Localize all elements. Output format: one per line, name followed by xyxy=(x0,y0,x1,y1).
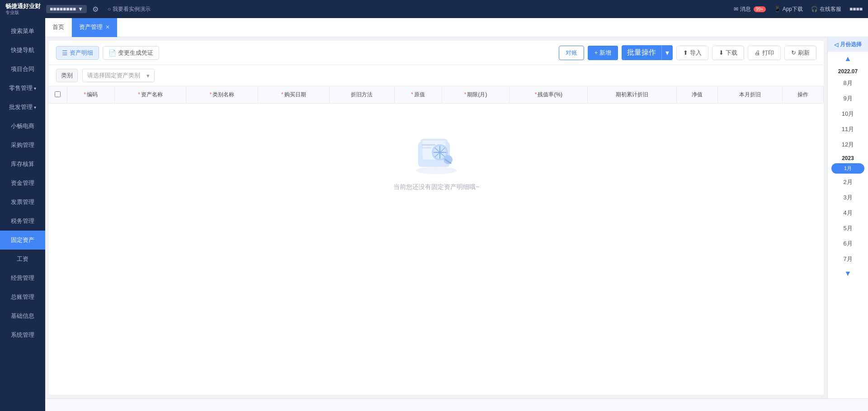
tab-asset-management[interactable]: 资产管理 ✕ xyxy=(72,18,117,37)
subtab-asset-detail[interactable]: ☰ 资产明细 xyxy=(56,46,99,60)
year-2023-label: 2023 xyxy=(828,152,868,162)
month-2022-9[interactable]: 9月 xyxy=(828,91,868,106)
reconcile-button[interactable]: 对账 xyxy=(559,46,584,60)
content-area: 首页 资产管理 ✕ ☰ 资产明细 📄 变更生成凭证 xyxy=(45,18,868,411)
month-2023-7[interactable]: 7月 xyxy=(828,251,868,267)
sidebar-item-finance[interactable]: 资金管理 xyxy=(0,174,45,193)
svg-rect-12 xyxy=(422,147,432,148)
bottom-bar xyxy=(45,398,868,411)
doc-icon: 📄 xyxy=(108,49,116,57)
col-monthly-depreciation: 本月折旧 xyxy=(717,86,783,104)
list-icon: ☰ xyxy=(62,49,68,57)
add-button[interactable]: + 新增 xyxy=(588,46,618,60)
category-filter-select[interactable]: 请选择固定资产类别 ▾ xyxy=(82,69,155,82)
month-up-button[interactable]: ▲ xyxy=(842,54,854,64)
svg-point-0 xyxy=(416,167,457,174)
col-asset-name: *资产名称 xyxy=(114,86,186,104)
tab-close-icon[interactable]: ✕ xyxy=(105,24,110,30)
refresh-button[interactable]: ↻ 刷新 xyxy=(784,46,816,60)
top-bar: 畅捷通好业财 专业版 ■■■■■■■■ ▼ ⚙ ○ 我要看实例演示 ✉ 消息 9… xyxy=(0,0,868,18)
top-bar-right: ✉ 消息 99+ 📱 App下载 🎧 在线客服 ■■■■ xyxy=(734,5,863,13)
sidebar-item-retail[interactable]: 零售管理 ▾ xyxy=(0,79,45,98)
user-avatar[interactable]: ■■■■ xyxy=(849,6,863,12)
sidebar-item-ecommerce[interactable]: 小畅电商 xyxy=(0,117,45,136)
month-panel: ◁ 月份选择 ▲ 2022.07 8月 9月 10月 11月 12月 2023 … xyxy=(827,37,868,398)
month-2023-5[interactable]: 5月 xyxy=(828,221,868,236)
print-button[interactable]: 🖨 打印 xyxy=(748,46,781,60)
online-service-button[interactable]: 🎧 在线客服 xyxy=(811,5,841,13)
select-all-checkbox[interactable] xyxy=(55,91,61,97)
page-content: ☰ 资产明细 📄 变更生成凭证 对账 + 新增 xyxy=(45,37,868,398)
col-purchase-date: *购买日期 xyxy=(258,86,329,104)
month-2023-6[interactable]: 6月 xyxy=(828,236,868,251)
col-net-value: 净值 xyxy=(677,86,718,104)
month-down-nav: ▼ xyxy=(828,267,868,280)
assets-table: *编码 *资产名称 *类别名称 *购买日期 折旧方法 *原值 *期限(月) *残… xyxy=(49,86,824,104)
svg-rect-11 xyxy=(422,144,435,146)
col-original-value: *原值 xyxy=(394,86,442,104)
message-button[interactable]: ✉ 消息 99+ xyxy=(734,5,766,13)
sidebar-item-ledger[interactable]: 总账管理 xyxy=(0,288,45,307)
download-button[interactable]: ⬇ 下载 xyxy=(712,46,744,60)
app-logo: 畅捷通好业财 专业版 xyxy=(5,3,41,15)
col-period: *期限(月) xyxy=(442,86,509,104)
sidebar-item-payroll[interactable]: 工资 xyxy=(0,250,45,269)
tab-home[interactable]: 首页 xyxy=(45,18,72,37)
month-panel-collapse-icon[interactable]: ◁ xyxy=(834,42,838,48)
sidebar-item-system[interactable]: 系统管理 xyxy=(0,326,45,345)
batch-operation-button[interactable]: 批量操作 ▾ xyxy=(622,45,673,60)
month-panel-header: ◁ 月份选择 xyxy=(828,37,868,52)
month-2023-2[interactable]: 2月 xyxy=(828,175,868,190)
col-operations: 操作 xyxy=(783,86,824,104)
year-2022-label: 2022.07 xyxy=(828,66,868,76)
settings-icon[interactable]: ⚙ xyxy=(92,5,99,14)
month-2022-8[interactable]: 8月 xyxy=(828,76,868,91)
sidebar-item-invoice[interactable]: 发票管理 xyxy=(0,193,45,212)
month-2023-1-current[interactable]: 1月 xyxy=(831,163,864,174)
empty-state: 当前您还没有固定资产明细哦~ xyxy=(49,104,824,218)
empty-illustration xyxy=(409,131,463,176)
table-container: *编码 *资产名称 *类别名称 *购买日期 折旧方法 *原值 *期限(月) *残… xyxy=(49,86,824,395)
col-category: *类别名称 xyxy=(186,86,258,104)
sidebar-item-quicknav[interactable]: 快捷导航 xyxy=(0,41,45,60)
tab-bar: 首页 资产管理 ✕ xyxy=(45,18,868,37)
toolbar-actions: 对账 + 新增 批量操作 ▾ ⬆ 导入 xyxy=(559,45,816,60)
sidebar-item-inventory[interactable]: 库存核算 xyxy=(0,155,45,174)
month-down-button[interactable]: ▼ xyxy=(842,269,854,279)
sidebar-item-operations[interactable]: 经营管理 xyxy=(0,269,45,288)
col-accumulated-depreciation: 期初累计折旧 xyxy=(588,86,677,104)
app-download-button[interactable]: 📱 App下载 xyxy=(774,5,803,13)
filter-bar: 类别 请选择固定资产类别 ▾ xyxy=(49,65,824,86)
company-selector[interactable]: ■■■■■■■■ ▼ xyxy=(46,5,87,13)
month-2022-12[interactable]: 12月 xyxy=(828,137,868,152)
batch-dropdown-arrow[interactable]: ▾ xyxy=(661,46,673,60)
col-residual-rate: *残值率(%) xyxy=(509,86,588,104)
sidebar-item-fixed-assets[interactable]: 固定资产 xyxy=(0,231,45,250)
category-filter-label: 类别 xyxy=(56,69,78,82)
sidebar: 搜索菜单 快捷导航 项目合同 零售管理 ▾ 批发管理 ▾ 小畅电商 采购管理 库… xyxy=(0,18,45,411)
sidebar-item-project[interactable]: 项目合同 xyxy=(0,60,45,79)
month-2023-3[interactable]: 3月 xyxy=(828,190,868,205)
subtab-change-voucher[interactable]: 📄 变更生成凭证 xyxy=(103,46,159,60)
wholesale-expand-icon: ▾ xyxy=(34,105,36,110)
month-up-nav: ▲ xyxy=(828,52,868,66)
demo-link[interactable]: ○ 我要看实例演示 xyxy=(108,5,151,13)
month-2022-11[interactable]: 11月 xyxy=(828,122,868,137)
month-2022-10[interactable]: 10月 xyxy=(828,106,868,122)
sidebar-item-basic-info[interactable]: 基础信息 xyxy=(0,307,45,326)
import-button[interactable]: ⬆ 导入 xyxy=(676,46,708,60)
category-select-arrow: ▾ xyxy=(146,72,150,79)
col-depreciation-method: 折旧方法 xyxy=(329,86,394,104)
sidebar-item-wholesale[interactable]: 批发管理 ▾ xyxy=(0,98,45,117)
retail-expand-icon: ▾ xyxy=(34,86,36,91)
col-code: *编码 xyxy=(67,86,114,104)
main-panel: ☰ 资产明细 📄 变更生成凭证 对账 + 新增 xyxy=(49,41,824,395)
sub-tabs: ☰ 资产明细 📄 变更生成凭证 对账 + 新增 xyxy=(49,41,824,65)
sidebar-item-tax[interactable]: 税务管理 xyxy=(0,212,45,231)
sidebar-item-search[interactable]: 搜索菜单 xyxy=(0,22,45,41)
sidebar-item-purchase[interactable]: 采购管理 xyxy=(0,136,45,155)
month-2023-4[interactable]: 4月 xyxy=(828,205,868,221)
